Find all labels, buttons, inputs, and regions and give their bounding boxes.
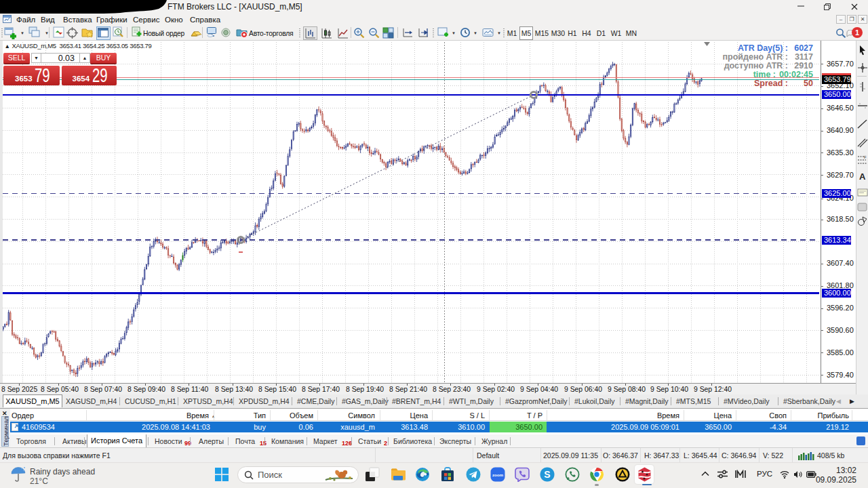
svg-text:F: F xyxy=(864,155,867,159)
svg-text:zoom: zoom xyxy=(492,472,504,477)
svg-text:S: S xyxy=(544,469,550,480)
svg-text:A: A xyxy=(859,171,866,182)
